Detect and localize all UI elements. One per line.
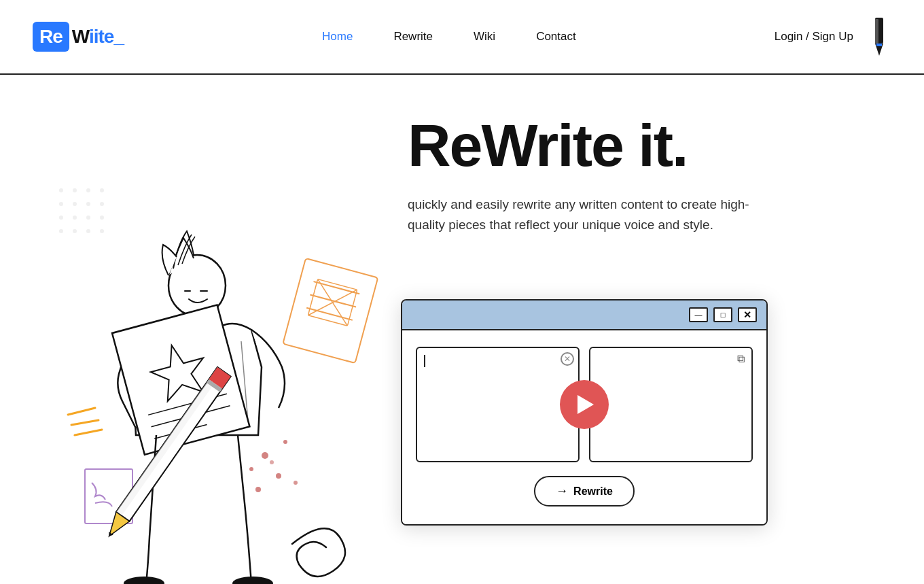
- maximize-button[interactable]: □: [713, 307, 732, 322]
- svg-line-23: [306, 308, 353, 320]
- login-signup-link[interactable]: Login / Sign Up: [775, 30, 853, 44]
- app-titlebar: — □ ✕: [402, 300, 766, 330]
- nav-item-wiki[interactable]: Wiki: [474, 30, 495, 44]
- close-icon: ✕: [743, 309, 751, 320]
- content-side: ReWrite it. quickly and easily rewrite a…: [408, 75, 924, 584]
- nav-link-wiki[interactable]: Wiki: [474, 30, 495, 43]
- svg-line-28: [68, 408, 95, 415]
- output-textarea: ⧉: [589, 347, 753, 462]
- clear-input-button[interactable]: ✕: [561, 352, 574, 366]
- svg-line-29: [71, 420, 99, 425]
- rewrite-button[interactable]: → Rewrite: [534, 476, 635, 506]
- copy-output-button[interactable]: ⧉: [734, 352, 747, 366]
- close-button[interactable]: ✕: [738, 307, 757, 322]
- text-cursor: [424, 355, 425, 367]
- nav-link-rewrite[interactable]: Rewrite: [393, 30, 433, 43]
- logo-write: Wiite_: [72, 26, 124, 48]
- copy-icon: ⧉: [737, 353, 745, 365]
- rewrite-button-row: → Rewrite: [416, 473, 753, 511]
- svg-rect-3: [876, 44, 882, 46]
- play-button[interactable]: [560, 380, 609, 429]
- minimize-button[interactable]: —: [689, 307, 708, 322]
- svg-rect-2: [875, 19, 878, 44]
- app-window: — □ ✕ ✕: [401, 299, 768, 526]
- nav-item-rewrite[interactable]: Rewrite: [393, 30, 433, 44]
- minimize-icon: —: [695, 311, 703, 319]
- navbar: Re Wiite_ Home Rewrite Wiki Contact Logi…: [0, 0, 924, 75]
- svg-point-37: [294, 481, 298, 485]
- arrow-icon: →: [556, 484, 568, 498]
- clear-icon: ✕: [564, 354, 571, 364]
- play-icon: [578, 395, 594, 414]
- maximize-icon: □: [721, 311, 726, 319]
- logo-re: Re: [33, 22, 69, 52]
- svg-line-30: [75, 430, 102, 435]
- nav-item-contact[interactable]: Contact: [536, 30, 576, 44]
- svg-point-36: [270, 460, 274, 464]
- text-areas-row: ✕ ⧉: [416, 347, 753, 462]
- nav-links: Home Rewrite Wiki Contact: [322, 30, 576, 44]
- svg-point-32: [276, 473, 281, 479]
- svg-line-22: [310, 294, 356, 307]
- nav-link-home[interactable]: Home: [322, 30, 353, 43]
- app-body: ✕ ⧉ →: [402, 330, 766, 524]
- input-textarea[interactable]: ✕: [416, 347, 580, 462]
- nav-item-home[interactable]: Home: [322, 30, 353, 44]
- svg-point-33: [255, 487, 261, 492]
- svg-point-52: [124, 577, 164, 584]
- svg-point-31: [262, 452, 268, 459]
- hero-subtitle: quickly and easily rewrite any written c…: [408, 194, 775, 236]
- svg-point-53: [232, 577, 273, 584]
- nav-link-contact[interactable]: Contact: [536, 30, 576, 43]
- nav-right: Login / Sign Up: [775, 18, 891, 56]
- svg-rect-20: [283, 258, 378, 363]
- hero-title: ReWrite it.: [408, 116, 924, 175]
- svg-point-35: [249, 467, 253, 471]
- main-content: ReWrite it. quickly and easily rewrite a…: [0, 75, 924, 584]
- illustration-side: [0, 75, 408, 584]
- rewrite-button-label: Rewrite: [573, 485, 613, 498]
- hero-illustration: [0, 75, 408, 584]
- pen-icon: [867, 18, 891, 56]
- logo[interactable]: Re Wiite_: [33, 22, 124, 52]
- logo-write-i: i: [89, 26, 94, 47]
- svg-point-34: [283, 440, 287, 444]
